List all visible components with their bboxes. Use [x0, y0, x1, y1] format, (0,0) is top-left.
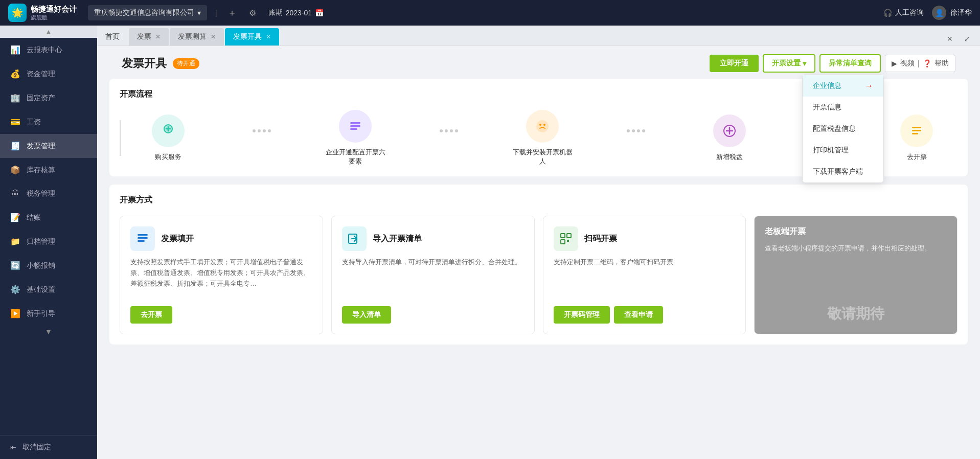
qr-manage-button[interactable]: 开票码管理 [554, 306, 610, 324]
sidebar-bottom: ⇤ 取消固定 [0, 435, 97, 459]
top-bar: 🌟 畅捷通好会计 旗舰版 重庆畅捷交通信息咨询有限公司 ▾ | ＋ ⚙ 账期 2… [0, 0, 980, 26]
import-list-button[interactable]: 导入清单 [342, 306, 391, 324]
settings-dropdown-menu: 企业信息 → 开票信息 配置税盘信息 打印机管理 [802, 75, 884, 183]
add-disk-step-label: 新增税盘 [716, 152, 743, 162]
methods-section: 开票方式 发票填开 支持按照发票样式手工填开发票；可开具增值税电子普通发票、增值… [109, 185, 968, 345]
calendar-icon[interactable]: 📅 [315, 9, 324, 17]
xinshouyin-icon: ▶️ [10, 309, 20, 318]
method-import-header: 导入开票清单 [342, 226, 524, 251]
tab-invoice-calc[interactable]: 发票测算 ✕ [170, 28, 224, 45]
scan-invoice-icon [554, 226, 578, 251]
tab-invoice[interactable]: 发票 ✕ [129, 28, 169, 45]
video-help-button[interactable]: ▶ 视频 | ❓ 帮助 [885, 55, 955, 72]
exception-button[interactable]: 异常清单查询 [819, 54, 881, 73]
question-icon: ❓ [923, 59, 931, 67]
sidebar-item-zijin[interactable]: 💰 资金管理 [0, 62, 97, 86]
view-apply-button[interactable]: 查看申请 [614, 306, 663, 324]
settings-dropdown-button[interactable]: 开票设置 ▾ [763, 54, 815, 73]
sidebar-item-xiaochang[interactable]: 🔄 小畅报销 [0, 254, 97, 278]
tab-invoice-close-icon[interactable]: ✕ [155, 33, 161, 40]
methods-section-title: 开票方式 [120, 195, 958, 205]
methods-grid: 发票填开 支持按照发票样式手工填开发票；可开具增值税电子普通发票、增值税普通发票… [120, 216, 958, 334]
sidebar-item-fapiao[interactable]: 🧾 发票管理 [0, 134, 97, 158]
tab-invoice-calc-close-icon[interactable]: ✕ [211, 33, 216, 40]
help-label: 帮助 [935, 59, 949, 68]
sidebar-item-shuiwu[interactable]: 🏛 税务管理 [0, 182, 97, 205]
svg-rect-18 [561, 240, 565, 244]
dropdown-item-invoice-info[interactable]: 开票信息 [803, 97, 883, 118]
watermark-text: 敬请期待 [827, 304, 884, 324]
sidebar-scroll-down[interactable]: ▼ [0, 326, 97, 338]
separator: | [918, 59, 920, 67]
svg-rect-4 [350, 128, 357, 130]
import-invoice-icon [342, 226, 367, 251]
svg-rect-11 [912, 133, 918, 134]
user-area[interactable]: 👤 徐泽华 [932, 6, 972, 20]
fill-invoice-button[interactable]: 去开票 [130, 306, 172, 324]
shuiwu-icon: 🏛 [10, 189, 20, 198]
method-fill-header: 发票填开 [130, 226, 312, 251]
sidebar-item-guidang[interactable]: 📁 归档管理 [0, 230, 97, 254]
svg-point-7 [543, 124, 545, 126]
dropdown-item-company-info[interactable]: 企业信息 → [803, 75, 883, 97]
tab-invoice-open-close-icon[interactable]: ✕ [266, 33, 271, 40]
sidebar-item-gudingzichan[interactable]: 🏢 固定资产 [0, 86, 97, 110]
guidang-icon: 📁 [10, 237, 20, 246]
activate-button[interactable]: 立即开通 [710, 55, 759, 72]
company-info-label: 企业信息 [813, 81, 841, 90]
consult-button[interactable]: 🎧 人工咨询 [883, 8, 924, 17]
user-name: 徐泽华 [950, 8, 972, 17]
add-disk-step-icon [713, 114, 746, 147]
tab-invoice-label: 发票 [137, 32, 151, 41]
invoice-info-label: 开票信息 [813, 103, 841, 112]
tab-close-all-button[interactable]: ✕ [943, 32, 956, 45]
flow-step-go-invoice: 去开票 [876, 114, 958, 162]
period-label: 账期 [268, 8, 283, 17]
settings-icon[interactable]: ⚙ [247, 6, 258, 20]
sidebar-item-jiezhang[interactable]: 📝 结账 [0, 205, 97, 230]
sidebar-item-yunbao[interactable]: 📊 云报表中心 [0, 38, 97, 62]
flow-connector-1 [209, 129, 314, 132]
boss-invoice-desc: 查看老板端小程序提交的开票申请，并作出相应的处理。 [765, 243, 947, 284]
logo-area: 🌟 畅捷通好会计 旗舰版 [8, 4, 80, 22]
sidebar-item-jichushezhi[interactable]: ⚙️ 基础设置 [0, 278, 97, 302]
svg-rect-14 [138, 240, 145, 242]
header-actions: 立即开通 开票设置 ▾ 异常清单查询 ▶ 视频 | ❓ 帮助 [710, 54, 955, 73]
import-invoice-title: 导入开票清单 [373, 234, 422, 244]
page-content: 发票开具 待开通 立即开通 开票设置 ▾ 异常清单查询 ▶ 视频 [97, 46, 980, 459]
tab-invoice-open[interactable]: 发票开具 ✕ [225, 28, 279, 45]
fapiao-icon: 🧾 [10, 141, 20, 151]
tab-invoice-open-label: 发票开具 [233, 32, 262, 41]
kucun-icon: 📦 [10, 165, 20, 175]
dropdown-item-download-client[interactable]: 下载开票客户端 [803, 161, 883, 182]
sidebar-item-label: 固定资产 [27, 94, 55, 103]
dropdown-item-printer[interactable]: 打印机管理 [803, 140, 883, 161]
add-tab-button[interactable]: ＋ [225, 5, 239, 21]
headset-icon: 🎧 [883, 9, 892, 17]
yunbao-icon: 📊 [10, 45, 20, 55]
sidebar-item-label: 资金管理 [27, 70, 55, 79]
settings-label: 开票设置 [772, 59, 801, 68]
svg-point-5 [536, 120, 549, 132]
sidebar-scroll-up[interactable]: ▲ [0, 26, 97, 38]
fill-invoice-icon [130, 226, 155, 251]
sidebar-item-gongzi[interactable]: 💳 工资 [0, 110, 97, 134]
flow-step-download: 下载并安装开票机器人 [502, 110, 583, 166]
dropdown-item-tax-disk[interactable]: 配置税盘信息 [803, 118, 883, 140]
tab-maximize-icon[interactable]: ⤢ [961, 32, 974, 45]
sidebar-item-xinshouyin[interactable]: ▶️ 新手引导 [0, 302, 97, 326]
tab-home[interactable]: 首页 [97, 28, 128, 45]
go-invoice-step-label: 去开票 [907, 152, 927, 162]
logo-subtitle: 旗舰版 [31, 14, 77, 21]
company-selector[interactable]: 重庆畅捷交通信息咨询有限公司 ▾ [88, 5, 207, 20]
svg-rect-3 [350, 125, 360, 127]
company-name: 重庆畅捷交通信息咨询有限公司 [94, 8, 194, 17]
page-title-area: 发票开具 待开通 [122, 56, 199, 71]
sidebar-item-label: 税务管理 [27, 189, 55, 198]
chevron-down-icon: ▾ [803, 59, 806, 67]
scan-invoice-title: 扫码开票 [584, 234, 617, 244]
period-area: 账期 2023-01 📅 [268, 8, 324, 17]
sidebar-item-cancel-pin[interactable]: ⇤ 取消固定 [0, 435, 97, 459]
sidebar-item-kucun[interactable]: 📦 库存核算 [0, 158, 97, 182]
svg-rect-13 [138, 237, 148, 239]
